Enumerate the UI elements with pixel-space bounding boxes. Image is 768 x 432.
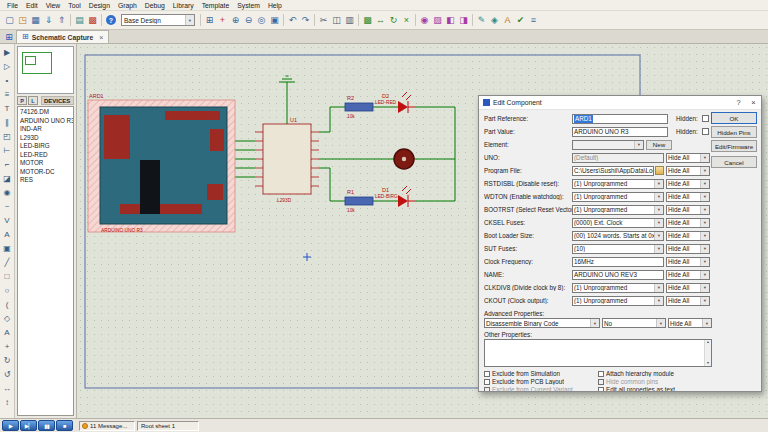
resistor-r2[interactable]: R2 10k bbox=[345, 95, 373, 119]
scrollbar[interactable]: ▲ ▼ bbox=[704, 340, 711, 366]
close-icon[interactable]: × bbox=[99, 34, 103, 41]
menu-item[interactable]: Graph bbox=[114, 2, 141, 9]
property-assignment-icon[interactable]: ✎ bbox=[476, 14, 487, 27]
property-value-select[interactable]: C:\Users\Sushil\AppData\Loc▾ bbox=[572, 166, 654, 176]
zoom-all-icon[interactable]: ◎ bbox=[256, 14, 267, 27]
property-value-select[interactable]: (Default)▾ bbox=[572, 153, 664, 163]
property-value-select[interactable]: (00) 1024 words. Starts at 0x1C00▾ bbox=[572, 231, 664, 241]
arduino-component[interactable]: ARD1 ARDUINO UNO R3 bbox=[88, 93, 235, 233]
design-selector-combo[interactable]: Base Design▾ bbox=[121, 14, 195, 26]
library-manager-button[interactable]: L bbox=[28, 96, 38, 105]
zoom-in-icon[interactable]: ⊕ bbox=[230, 14, 241, 27]
part-reference-input[interactable]: ARD1 bbox=[572, 114, 668, 124]
selection-mode-icon[interactable]: ▶ bbox=[1, 46, 14, 59]
edit-firmware-button[interactable]: Edit/Firmware bbox=[711, 140, 757, 152]
generator-mode-icon[interactable]: ~ bbox=[1, 200, 14, 213]
pause-button[interactable]: ▮▮ bbox=[38, 420, 55, 431]
menu-item[interactable]: Library bbox=[169, 2, 198, 9]
new-project-icon[interactable]: ▢ bbox=[4, 14, 15, 27]
make-device-icon[interactable]: ▨ bbox=[432, 14, 443, 27]
l293d-component[interactable]: U1 L293D bbox=[255, 117, 319, 203]
y-mirror-icon[interactable]: ↕ bbox=[1, 396, 14, 409]
browse-button[interactable] bbox=[655, 166, 664, 175]
led-d2[interactable]: D2 LED-RED bbox=[375, 92, 416, 113]
menu-item[interactable]: Design bbox=[85, 2, 114, 9]
block-rotate-icon[interactable]: ↻ bbox=[388, 14, 399, 27]
property-value-select[interactable]: (1) Unprogrammed▾ bbox=[572, 179, 664, 189]
menu-item[interactable]: Debug bbox=[141, 2, 169, 9]
2d-arc-mode-icon[interactable]: ( bbox=[1, 298, 14, 311]
pick-parts-icon[interactable]: ◉ bbox=[419, 14, 430, 27]
hide-all-select[interactable]: Hide All▾ bbox=[666, 205, 710, 215]
menu-item[interactable]: Template bbox=[198, 2, 234, 9]
text-script-mode-icon[interactable]: T bbox=[1, 102, 14, 115]
block-delete-icon[interactable]: × bbox=[401, 14, 412, 27]
export-project-icon[interactable]: ⇑ bbox=[56, 14, 67, 27]
dialog-checkbox[interactable]: Exclude from Simulation bbox=[484, 370, 598, 377]
tape-recorder-mode-icon[interactable]: ◉ bbox=[1, 186, 14, 199]
property-value-select[interactable]: (1) Unprogrammed▾ bbox=[572, 283, 664, 293]
hide-all-select[interactable]: Hide All▾ bbox=[666, 166, 710, 176]
play-button[interactable]: ▶ bbox=[2, 420, 19, 431]
block-copy-icon[interactable]: ▩ bbox=[362, 14, 373, 27]
hide-all-select[interactable]: Hide All▾ bbox=[666, 270, 710, 280]
menu-item[interactable]: View bbox=[42, 2, 65, 9]
print-icon[interactable]: ▤ bbox=[74, 14, 85, 27]
junction-dot-mode-icon[interactable]: • bbox=[1, 74, 14, 87]
led-d1[interactable]: D1 LED-BIRG bbox=[375, 186, 416, 207]
element-select[interactable]: ▾ bbox=[572, 140, 644, 150]
2d-line-mode-icon[interactable]: ╱ bbox=[1, 256, 14, 269]
2d-circle-mode-icon[interactable]: ○ bbox=[1, 284, 14, 297]
part-value-input[interactable]: ARDUINO UNO R3 bbox=[572, 127, 668, 137]
2d-box-mode-icon[interactable]: □ bbox=[1, 270, 14, 283]
overview-window[interactable] bbox=[17, 46, 74, 94]
2d-text-mode-icon[interactable]: A bbox=[1, 326, 14, 339]
dialog-checkbox[interactable]: Edit all properties as text bbox=[598, 386, 712, 392]
zoom-out-icon[interactable]: ⊖ bbox=[243, 14, 254, 27]
checkbox-box[interactable] bbox=[598, 371, 604, 377]
dialog-checkbox[interactable]: Attach hierarchy module bbox=[598, 370, 712, 377]
hide-all-select[interactable]: Hide All▾ bbox=[666, 244, 710, 254]
hide-all-select[interactable]: Hide All▾ bbox=[668, 318, 712, 328]
hide-all-select[interactable]: Hide All▾ bbox=[666, 179, 710, 189]
center-at-cursor-icon[interactable]: + bbox=[217, 14, 228, 27]
paste-icon[interactable]: ▥ bbox=[344, 14, 355, 27]
dialog-checkbox[interactable]: Exclude from Current Variant bbox=[484, 386, 598, 392]
hide-all-select[interactable]: Hide All▾ bbox=[666, 296, 710, 306]
property-value-select[interactable]: (1) Unprogrammed▾ bbox=[572, 296, 664, 306]
advanced-value-select[interactable]: No▾ bbox=[602, 318, 666, 328]
checkbox-box[interactable] bbox=[484, 379, 490, 385]
import-project-icon[interactable]: ⇓ bbox=[43, 14, 54, 27]
buses-mode-icon[interactable]: ∥ bbox=[1, 116, 14, 129]
other-properties-textarea[interactable]: ▲ ▼ bbox=[484, 339, 712, 367]
save-project-icon[interactable]: ▦ bbox=[30, 14, 41, 27]
component-mode-icon[interactable]: ▷ bbox=[1, 60, 14, 73]
device-list-item[interactable]: 74126.DM bbox=[18, 108, 73, 117]
mark-output-area-icon[interactable]: ▩ bbox=[87, 14, 98, 27]
device-list-item[interactable]: ARDUINO UNO R3 bbox=[18, 117, 73, 126]
undo-icon[interactable]: ↶ bbox=[287, 14, 298, 27]
menu-item[interactable]: System bbox=[233, 2, 264, 9]
stop-button[interactable]: ■ bbox=[56, 420, 73, 431]
netlist-to-pcb-icon[interactable]: ≡ bbox=[528, 14, 539, 27]
device-list-item[interactable]: IND-AR bbox=[18, 125, 73, 134]
resistor-r1[interactable]: R1 10k bbox=[345, 189, 373, 213]
packaging-tool-icon[interactable]: ◧ bbox=[445, 14, 456, 27]
property-value-select[interactable]: (0000) Ext. Clock▾ bbox=[572, 218, 664, 228]
device-list-item[interactable]: MOTOR bbox=[18, 159, 73, 168]
2d-path-mode-icon[interactable]: ◇ bbox=[1, 312, 14, 325]
open-project-icon[interactable]: ◳ bbox=[17, 14, 28, 27]
design-explorer-icon[interactable]: ◈ bbox=[489, 14, 500, 27]
hidden-value-checkbox[interactable] bbox=[702, 128, 709, 135]
help-icon[interactable]: ? bbox=[106, 15, 116, 25]
hide-all-select[interactable]: Hide All▾ bbox=[666, 192, 710, 202]
hidden-reference-checkbox[interactable] bbox=[702, 115, 709, 122]
tab-schematic-capture[interactable]: ⊞ Schematic Capture × bbox=[16, 30, 109, 43]
checkbox-box[interactable] bbox=[484, 387, 490, 393]
zoom-to-area-icon[interactable]: ▣ bbox=[269, 14, 280, 27]
property-value-select[interactable]: ARDUINO UNO REV3▾ bbox=[572, 270, 664, 280]
property-value-select[interactable]: 16MHz▾ bbox=[572, 257, 664, 267]
scroll-up-icon[interactable]: ▲ bbox=[706, 340, 709, 345]
menu-item[interactable]: Help bbox=[264, 2, 286, 9]
rotate-anticlockwise-icon[interactable]: ↺ bbox=[1, 368, 14, 381]
